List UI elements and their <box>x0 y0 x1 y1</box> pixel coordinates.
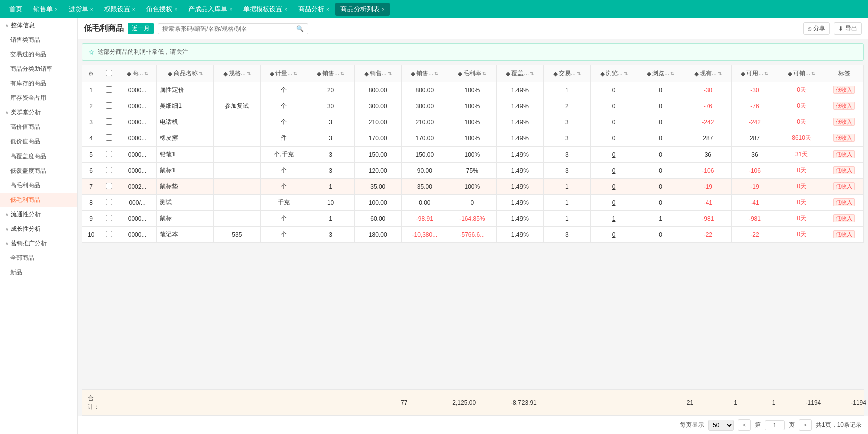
sidebar-item-全部商品[interactable]: 全部商品 <box>0 251 77 265</box>
close-icon[interactable]: × <box>326 7 329 12</box>
row-views1[interactable]: 0 <box>590 147 637 163</box>
export-button[interactable]: ⬇ 导出 <box>834 22 862 35</box>
row-views1[interactable]: 0 <box>590 130 637 147</box>
row-views1[interactable]: 0 <box>590 98 637 114</box>
sellable-col-header[interactable]: ◆可销...⇅ <box>778 65 825 82</box>
sidebar-item-有库存的商品[interactable]: 有库存的商品 <box>0 76 77 91</box>
sidebar-item-交易过的商品[interactable]: 交易过的商品 <box>0 47 77 62</box>
settings-col-header[interactable]: ⚙ <box>82 65 100 82</box>
close-icon[interactable]: × <box>132 7 135 12</box>
close-icon[interactable]: × <box>90 7 93 12</box>
sales-amount-col-header[interactable]: ◆销售...⇅ <box>354 65 401 82</box>
table-container[interactable]: ⚙ ◆商...⇅ ◆商品名称⇅ ◆规格...⇅ ◆计量...⇅ ◆销售...⇅ … <box>82 65 864 389</box>
row-views1[interactable]: 1 <box>590 211 637 227</box>
nav-item-单据模板设置[interactable]: 单据模板设置× <box>238 3 292 16</box>
row-checkbox-cell[interactable] <box>100 82 118 98</box>
checkbox-col-header[interactable] <box>100 65 118 82</box>
row-select-checkbox[interactable] <box>106 118 112 125</box>
close-icon[interactable]: × <box>382 7 385 12</box>
views-link[interactable]: 0 <box>612 135 616 142</box>
code-col-header[interactable]: ◆商...⇅ <box>118 65 157 82</box>
views-link[interactable]: 0 <box>612 199 616 206</box>
views-link[interactable]: 0 <box>612 231 616 238</box>
sidebar-item-库存资金占用[interactable]: 库存资金占用 <box>0 91 77 105</box>
row-select-checkbox[interactable] <box>106 102 112 109</box>
nav-item-角色授权[interactable]: 角色授权× <box>141 3 183 16</box>
row-select-checkbox[interactable] <box>106 134 112 141</box>
close-icon[interactable]: × <box>55 7 58 12</box>
row-views1[interactable]: 0 <box>590 195 637 211</box>
date-filter-button[interactable]: 近一月 <box>128 23 154 34</box>
nav-item-进货单[interactable]: 进货单× <box>64 3 98 16</box>
sidebar-group-整体信息[interactable]: ∨整体信息 <box>0 18 77 33</box>
sidebar-group-成长性分析[interactable]: ∨成长性分析 <box>0 222 77 236</box>
page-size-select[interactable]: 50 20 100 <box>708 420 734 431</box>
row-select-checkbox[interactable] <box>106 151 112 157</box>
sidebar-item-低价值商品[interactable]: 低价值商品 <box>0 134 77 149</box>
close-icon[interactable]: × <box>175 7 178 12</box>
sidebar-item-商品分类助销率[interactable]: 商品分类助销率 <box>0 62 77 76</box>
row-select-checkbox[interactable] <box>106 167 112 173</box>
sidebar-item-高覆盖度商品[interactable]: 高覆盖度商品 <box>0 149 77 164</box>
views-link[interactable]: 0 <box>612 103 616 110</box>
views-link[interactable]: 0 <box>612 87 616 94</box>
nav-item-商品分析列表[interactable]: 商品分析列表× <box>335 3 390 16</box>
sidebar-item-低覆盖度商品[interactable]: 低覆盖度商品 <box>0 164 77 178</box>
close-icon[interactable]: × <box>284 7 287 12</box>
next-page-button[interactable]: ＞ <box>799 419 812 431</box>
transactions-col-header[interactable]: ◆交易...⇅ <box>544 65 591 82</box>
row-views1[interactable]: 0 <box>590 163 637 179</box>
views1-col-header[interactable]: ◆浏览...⇅ <box>590 65 637 82</box>
nav-item-产成品入库单[interactable]: 产成品入库单× <box>183 3 237 16</box>
row-views1[interactable]: 0 <box>590 82 637 98</box>
sidebar-item-销售类商品[interactable]: 销售类商品 <box>0 33 77 47</box>
views-link[interactable]: 1 <box>612 215 616 222</box>
nav-item-商品分析[interactable]: 商品分析× <box>293 3 334 16</box>
views-link[interactable]: 0 <box>612 167 616 174</box>
close-icon[interactable]: × <box>229 7 232 12</box>
sidebar-group-营销推广分析[interactable]: ∨营销推广分析 <box>0 236 77 251</box>
row-select-checkbox[interactable] <box>106 199 112 205</box>
select-all-checkbox[interactable] <box>106 70 112 76</box>
row-select-checkbox[interactable] <box>106 86 112 93</box>
row-checkbox-cell[interactable] <box>100 147 118 163</box>
row-checkbox-cell[interactable] <box>100 114 118 130</box>
views-link[interactable]: 0 <box>612 151 616 158</box>
row-checkbox-cell[interactable] <box>100 227 118 243</box>
search-input[interactable] <box>162 25 294 32</box>
views-link[interactable]: 0 <box>612 183 616 190</box>
available-col-header[interactable]: ◆可用...⇅ <box>731 65 778 82</box>
share-button[interactable]: ⎋ 分享 <box>803 22 830 35</box>
sidebar-item-低毛利商品[interactable]: 低毛利商品 <box>0 193 77 207</box>
prev-page-button[interactable]: ＜ <box>738 419 751 431</box>
row-checkbox-cell[interactable] <box>100 179 118 195</box>
current-stock-col-header[interactable]: ◆现有...⇅ <box>684 65 732 82</box>
sales-profit-col-header[interactable]: ◆销售...⇅ <box>401 65 448 82</box>
row-select-checkbox[interactable] <box>106 215 112 221</box>
row-select-checkbox[interactable] <box>106 183 112 189</box>
coverage-col-header[interactable]: ◆覆盖...⇅ <box>496 65 544 82</box>
row-views1[interactable]: 0 <box>590 179 637 195</box>
views2-col-header[interactable]: ◆浏览...⇅ <box>637 65 684 82</box>
sidebar-item-新品[interactable]: 新品 <box>0 265 77 280</box>
page-number-input[interactable] <box>765 420 785 430</box>
sidebar-group-流通性分析[interactable]: ∨流通性分析 <box>0 207 77 222</box>
row-views1[interactable]: 0 <box>590 114 637 130</box>
row-checkbox-cell[interactable] <box>100 211 118 227</box>
row-checkbox-cell[interactable] <box>100 98 118 114</box>
row-checkbox-cell[interactable] <box>100 130 118 147</box>
spec-col-header[interactable]: ◆规格...⇅ <box>214 65 261 82</box>
nav-item-首页[interactable]: 首页 <box>4 3 27 16</box>
views-link[interactable]: 0 <box>612 119 616 126</box>
sales-qty-col-header[interactable]: ◆销售...⇅ <box>307 65 355 82</box>
nav-item-权限设置[interactable]: 权限设置× <box>99 3 140 16</box>
sidebar-item-高价值商品[interactable]: 高价值商品 <box>0 120 77 134</box>
row-checkbox-cell[interactable] <box>100 163 118 179</box>
gross-rate-col-header[interactable]: ◆毛利率⇅ <box>448 65 496 82</box>
row-select-checkbox[interactable] <box>106 231 112 237</box>
nav-item-销售单[interactable]: 销售单× <box>28 3 63 16</box>
sidebar-group-类群堂分析[interactable]: ∨类群堂分析 <box>0 105 77 120</box>
row-checkbox-cell[interactable] <box>100 195 118 211</box>
row-views1[interactable]: 0 <box>590 227 637 243</box>
name-col-header[interactable]: ◆商品名称⇅ <box>157 65 214 82</box>
